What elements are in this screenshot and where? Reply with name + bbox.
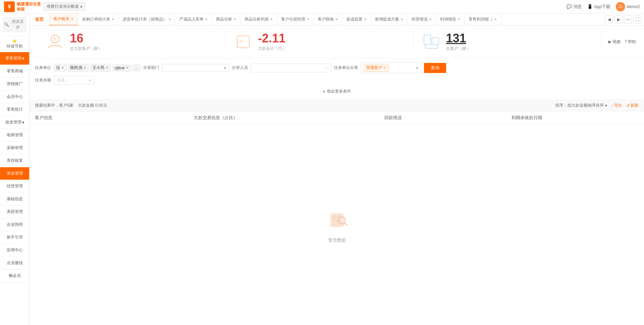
tab-next-button[interactable]: ▶ <box>614 15 622 24</box>
sidebar: 🔍 搜索菜单 ⭐ 快捷导航 零售管理 ▾ 零售商城 营销推广 会员中心 零售统计 <box>0 13 30 325</box>
chevron-icon: ▾ <box>22 120 24 125</box>
tab-commission-settings[interactable]: 提成设置 ✕ <box>342 13 371 26</box>
tab-prev-button[interactable]: ◀ <box>605 15 613 24</box>
tab-purchase-order[interactable]: 采购订单统计表 ✕ <box>78 13 119 26</box>
tab-product-inbound[interactable]: 产成品入库单 ✕ <box>175 13 212 26</box>
message-link[interactable]: 💬 消息 <box>566 4 582 10</box>
industry-selector[interactable]: 母婴行业演示帐套 ▾ <box>44 2 85 11</box>
tab-maximize-button[interactable]: ⛶ <box>633 15 641 24</box>
remove-tag-cjttcw[interactable]: ✕ <box>126 66 129 70</box>
remove-tag-wang[interactable]: ✕ <box>105 66 109 70</box>
stats-bar: ¥ 16 总欠款客户（家） ¥- <box>30 26 644 58</box>
tab-close-icon[interactable]: ✕ <box>364 17 367 21</box>
sidebar-item-ecommerce[interactable]: 电商管理 <box>0 129 29 142</box>
sidebar-item-marketing[interactable]: 营销推广 <box>0 78 29 91</box>
tab-close-icon[interactable]: ✕ <box>458 17 460 21</box>
sidebar-item-enterprise-collab[interactable]: 企业协同 <box>0 218 29 231</box>
query-button[interactable]: 查询 <box>424 63 446 73</box>
tab-close-icon[interactable]: ✕ <box>400 17 403 21</box>
sidebar-item-changhui[interactable]: 畅会员 <box>0 269 29 282</box>
sidebar-item-enterprise-wechat[interactable]: 企业微信 <box>0 257 29 269</box>
remove-tag-chen[interactable]: ✕ <box>83 66 86 70</box>
total-customers-icon <box>421 31 442 52</box>
stat-block-debt-amount: ¥- -2.11 欠款合计（万） <box>226 31 414 52</box>
collapse-button[interactable]: ∧ 收起更多条件 <box>35 87 639 96</box>
unit-tag-chen: 陈民强 ✕ <box>68 64 89 72</box>
sidebar-item-inventory[interactable]: 库存核算 <box>0 154 29 167</box>
chevron-down-icon: ▾ <box>89 78 91 83</box>
tab-product-analysis[interactable]: 商品分析 ✕ <box>212 13 241 26</box>
tab-customer-layered[interactable]: 客户分层经营 ✕ <box>277 13 314 26</box>
user-profile[interactable]: D demo2 <box>616 2 640 11</box>
sort-button[interactable]: 排序：按欠款金额倒序排序 ▾ <box>555 103 607 108</box>
logo-area: ¥ 畅捷通好生意 标版 <box>4 1 41 12</box>
video-link[interactable]: ▶ 视频 <box>608 39 620 45</box>
sidebar-item-member-center[interactable]: 会员中心 <box>0 91 29 103</box>
sidebar-item-system[interactable]: 系统管理 <box>0 206 29 218</box>
sidebar-item-finance[interactable]: 资金管理 <box>0 167 29 180</box>
filter-row-1: 往来单位 伍 ✕ 陈民强 ✕ 王小亮 ✕ <box>35 62 639 73</box>
dept-select[interactable]: ▾ <box>162 64 229 72</box>
category-select[interactable]: 普通客户 ✕ ▾ <box>361 62 421 73</box>
remove-category-tag[interactable]: ✕ <box>383 66 386 70</box>
debt-amount-number: -2.11 <box>258 32 286 44</box>
table-header: 客户信息 欠款交易信息（占比） 回款情况 到期未收款日期 <box>30 111 644 124</box>
debt-customers-icon: ¥ <box>44 31 66 52</box>
tab-close-icon[interactable]: ✕ <box>335 17 338 21</box>
total-customers-label: 总客户（家） <box>446 46 470 51</box>
sidebar-item-retail-management[interactable]: 零售管理 ▾ <box>0 52 29 65</box>
tab-close-icon[interactable]: ✕ <box>307 17 309 21</box>
svg-rect-8 <box>330 213 344 226</box>
refresh-icon: ↺ <box>626 103 630 108</box>
tab-profit-report[interactable]: 利润报告 ✕ <box>436 13 465 26</box>
tab-close-icon[interactable]: ✕ <box>168 17 171 21</box>
tab-product-analysis-list[interactable]: 商品分析列表 ✕ <box>241 13 277 26</box>
tab-purchase-stats[interactable]: 进货单统计表（按商品） ✕ <box>119 13 175 26</box>
sidebar-item-newbie-guide[interactable]: 新手引导 <box>0 231 29 244</box>
star-icon: ⭐ <box>12 39 17 43</box>
sidebar-item-retail-mall[interactable]: 零售商城 <box>0 65 29 78</box>
unit-tag-cjttcw: cjttcw ✕ <box>112 65 131 71</box>
tab-close-icon[interactable]: ✕ <box>429 17 432 21</box>
quick-nav-button[interactable]: ⭐ 快捷导航 <box>0 36 29 52</box>
sidebar-item-app-center[interactable]: 应用中心 <box>0 244 29 257</box>
tab-retail-profit[interactable]: 零售利润报（ ✕ <box>465 13 501 26</box>
app-download-link[interactable]: 📱 App下载 <box>587 4 610 10</box>
empty-state: 暂无数据 <box>30 124 644 325</box>
tab-close-icon[interactable]: ✕ <box>112 17 114 21</box>
debt-customers-number: 16 <box>70 32 102 44</box>
search-menu-button[interactable]: 🔍 搜索菜单 <box>3 17 27 32</box>
sidebar-search: 🔍 搜索菜单 <box>0 13 29 36</box>
tab-operations[interactable]: 经营情况 ✕ <box>407 13 436 26</box>
remove-tag-wu[interactable]: ✕ <box>61 66 64 70</box>
main-layout: 🔍 搜索菜单 ⭐ 快捷导航 零售管理 ▾ 零售商城 营销推广 会员中心 零售统计 <box>0 13 644 325</box>
sidebar-item-basic-info[interactable]: 基础信息 <box>0 193 29 206</box>
tab-close-icon[interactable]: ✕ <box>233 17 236 21</box>
refresh-button[interactable]: ↺ 刷新 <box>626 103 639 108</box>
export-button[interactable]: ↑ 导出 <box>611 103 622 108</box>
tab-close-icon[interactable]: ✕ <box>71 17 74 21</box>
tab-close-icon[interactable]: ✕ <box>494 17 497 21</box>
tab-home[interactable]: 首页 <box>30 13 49 26</box>
person-select[interactable]: ··· <box>251 64 331 72</box>
balance-select[interactable]: 选择... ▾ <box>54 76 94 84</box>
tab-close-icon[interactable]: ✕ <box>270 17 273 21</box>
total-customers-number: 131 <box>446 32 470 44</box>
sidebar-item-wholesale[interactable]: 批发管理 ▾ <box>0 116 29 129</box>
more-tags-button[interactable]: ... <box>132 65 140 71</box>
tab-add-commission[interactable]: 新增提成方案 ✕ <box>371 13 407 26</box>
stat-block-debt-customers: ¥ 16 总欠款客户（家） <box>38 31 226 52</box>
tab-customer-contact[interactable]: 客户联络 ✕ <box>314 13 342 26</box>
help-link[interactable]: ? 帮助 <box>625 39 636 45</box>
debt-customers-label: 总欠款客户（家） <box>70 46 102 51</box>
chevron-down-icon: ▾ <box>224 66 226 70</box>
tab-minimize-button[interactable]: — <box>624 15 632 24</box>
chevron-down-icon: ▾ <box>605 103 607 108</box>
export-icon: ↑ <box>611 103 613 108</box>
tab-customer-ledger[interactable]: 客户账本 ✕ <box>49 13 78 26</box>
empty-state-text: 暂无数据 <box>328 237 346 243</box>
sidebar-item-operations[interactable]: 经营管理 <box>0 180 29 193</box>
sidebar-item-retail-stats[interactable]: 零售统计 <box>0 103 29 116</box>
tab-close-icon[interactable]: ✕ <box>205 17 208 21</box>
sidebar-item-purchase[interactable]: 采购管理 <box>0 142 29 154</box>
